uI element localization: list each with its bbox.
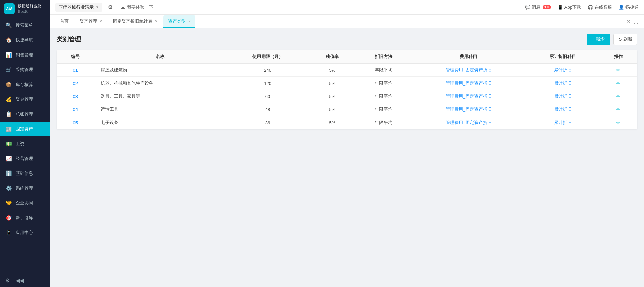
sidebar-item-label: 应用中心 (16, 230, 33, 236)
edit-icon[interactable]: ✏ (616, 81, 620, 86)
col-action: 操作 (600, 50, 637, 64)
cell-residual: 5% (309, 77, 356, 90)
tab-label: 资产管理 (80, 18, 97, 24)
col-residual: 残值率 (309, 50, 356, 64)
sidebar-item-guide[interactable]: 🎯 新手引导 (0, 211, 50, 225)
sales-icon: 📊 (5, 52, 12, 58)
cell-id: 03 (57, 90, 94, 103)
page-content: 类别管理 + 新增 ↻ 刷新 编号 名称 使用期限（月） 残值率 折旧方法 (50, 28, 644, 287)
cell-name: 器具、工具、家具等 (94, 90, 226, 103)
cell-residual: 5% (309, 116, 356, 129)
messages-label: 消息 (532, 4, 541, 10)
cell-period: 60 (226, 90, 309, 103)
col-expense: 费用科目 (411, 50, 526, 64)
sidebar-item-finance[interactable]: 💰 资金管理 (0, 92, 50, 107)
table-header-row: 编号 名称 使用期限（月） 残值率 折旧方法 费用科目 累计折旧科目 操作 (57, 50, 637, 64)
cell-action[interactable]: ✏ (600, 90, 637, 103)
home-icon: 🏠 (5, 37, 12, 43)
sidebar-item-quick-nav[interactable]: 🏠 快捷导航 (0, 33, 50, 47)
edit-icon[interactable]: ✏ (616, 67, 620, 73)
close-icon[interactable]: × (100, 19, 102, 24)
search-icon: 🔍 (5, 22, 12, 29)
cell-id: 04 (57, 103, 94, 116)
avatar-icon: 👤 (619, 5, 624, 10)
message-badge: 99+ (543, 5, 551, 9)
cell-id: 01 (57, 64, 94, 77)
cell-accumulated: 累计折旧 (526, 64, 600, 77)
page-title: 类别管理 (57, 35, 81, 43)
app-version: 普及版 (18, 9, 42, 14)
main-content: 医疗器械行业演示 ▼ ⚙ ☁ 我要体验一下 💬 消息 99+ 📱 App下载 🎧… (50, 0, 644, 287)
refresh-button[interactable]: ↻ 刷新 (613, 34, 637, 45)
experience-button[interactable]: ☁ 我要体验一下 (118, 3, 156, 12)
basic-info-icon: ℹ️ (5, 170, 12, 177)
sidebar-item-operations[interactable]: 📈 经营管理 (0, 151, 50, 166)
cell-name: 房屋及建筑物 (94, 64, 226, 77)
minimize-icon[interactable]: ✕ (626, 18, 631, 25)
sidebar-bottom: ⚙ ◀◀ (0, 274, 50, 287)
sidebar-item-ledger[interactable]: 📋 总账管理 (0, 107, 50, 122)
sidebar-item-sales[interactable]: 📊 销售管理 (0, 47, 50, 62)
sidebar-item-search[interactable]: 🔍 搜索菜单 (0, 18, 50, 33)
close-icon[interactable]: × (155, 19, 157, 24)
messages-button[interactable]: 💬 消息 99+ (525, 4, 551, 10)
support-icon: 🎧 (588, 5, 593, 10)
cell-accumulated: 累计折旧 (526, 77, 600, 90)
col-method: 折旧方法 (356, 50, 411, 64)
support-label: 在线客服 (594, 4, 612, 10)
cell-action[interactable]: ✏ (600, 103, 637, 116)
company-selector[interactable]: 医疗器械行业演示 ▼ (55, 3, 102, 12)
cell-residual: 5% (309, 90, 356, 103)
cell-action[interactable]: ✏ (600, 77, 637, 90)
tab-asset-management[interactable]: 资产管理 × (75, 15, 107, 28)
inventory-icon: 📦 (5, 81, 12, 88)
sidebar-item-app-center[interactable]: 📱 应用中心 (0, 225, 50, 240)
sidebar-item-salary[interactable]: 💵 工资 (0, 136, 50, 151)
new-button[interactable]: + 新增 (587, 34, 610, 45)
cell-name: 运输工具 (94, 103, 226, 116)
cell-method: 年限平均 (356, 90, 411, 103)
cell-action[interactable]: ✏ (600, 64, 637, 77)
user-menu[interactable]: 👤 畅捷通 (619, 4, 639, 10)
cell-residual: 5% (309, 103, 356, 116)
table-row: 04 运输工具 48 5% 年限平均 管理费用_固定资产折旧 累计折旧 ✏ (57, 103, 637, 116)
sidebar-item-purchase[interactable]: 🛒 采购管理 (0, 62, 50, 77)
sidebar-item-label: 快捷导航 (16, 37, 33, 43)
app-download-button[interactable]: 📱 App下载 (558, 4, 581, 10)
support-button[interactable]: 🎧 在线客服 (588, 4, 612, 10)
sidebar-item-enterprise[interactable]: 🤝 企业协同 (0, 196, 50, 211)
sidebar-item-fixed-assets[interactable]: 🏢 固定资产 (0, 122, 50, 136)
sidebar-item-basic-info[interactable]: ℹ️ 基础信息 (0, 166, 50, 181)
cell-period: 120 (226, 77, 309, 90)
cell-name: 电子设备 (94, 116, 226, 129)
settings-icon[interactable]: ⚙ (5, 277, 10, 284)
sidebar-item-label: 采购管理 (16, 67, 33, 73)
settings-icon[interactable]: ⚙ (106, 3, 114, 12)
purchase-icon: 🛒 (5, 66, 12, 73)
user-label: 畅捷通 (625, 4, 639, 10)
sidebar-item-label: 资金管理 (16, 96, 33, 102)
table-row: 03 器具、工具、家具等 60 5% 年限平均 管理费用_固定资产折旧 累计折旧… (57, 90, 637, 103)
enterprise-icon: 🤝 (5, 200, 12, 206)
close-icon[interactable]: × (188, 19, 191, 24)
sidebar-item-system[interactable]: ⚙️ 系统管理 (0, 181, 50, 196)
tab-asset-type[interactable]: 资产类型 × (163, 15, 195, 28)
cell-accumulated: 累计折旧 (526, 90, 600, 103)
collapse-icon[interactable]: ◀◀ (16, 277, 24, 284)
content-header: 类别管理 + 新增 ↻ 刷新 (57, 34, 637, 45)
refresh-icon: ↻ (618, 37, 622, 42)
sidebar-item-label: 企业协同 (16, 200, 33, 206)
table-row: 01 房屋及建筑物 240 5% 年限平均 管理费用_固定资产折旧 累计折旧 ✏ (57, 64, 637, 77)
edit-icon[interactable]: ✏ (616, 120, 620, 125)
cell-method: 年限平均 (356, 103, 411, 116)
sidebar-item-label: 总账管理 (16, 111, 33, 117)
edit-icon[interactable]: ✏ (616, 94, 620, 99)
cell-residual: 5% (309, 64, 356, 77)
tab-home[interactable]: 首页 (55, 15, 73, 28)
edit-icon[interactable]: ✏ (616, 107, 620, 112)
sidebar-item-inventory[interactable]: 📦 库存核算 (0, 77, 50, 92)
tab-depreciation-stats[interactable]: 固定资产折旧统计表 × (108, 15, 162, 28)
message-icon: 💬 (525, 5, 530, 10)
expand-icon[interactable]: ⛶ (633, 19, 639, 25)
cell-action[interactable]: ✏ (600, 116, 637, 129)
